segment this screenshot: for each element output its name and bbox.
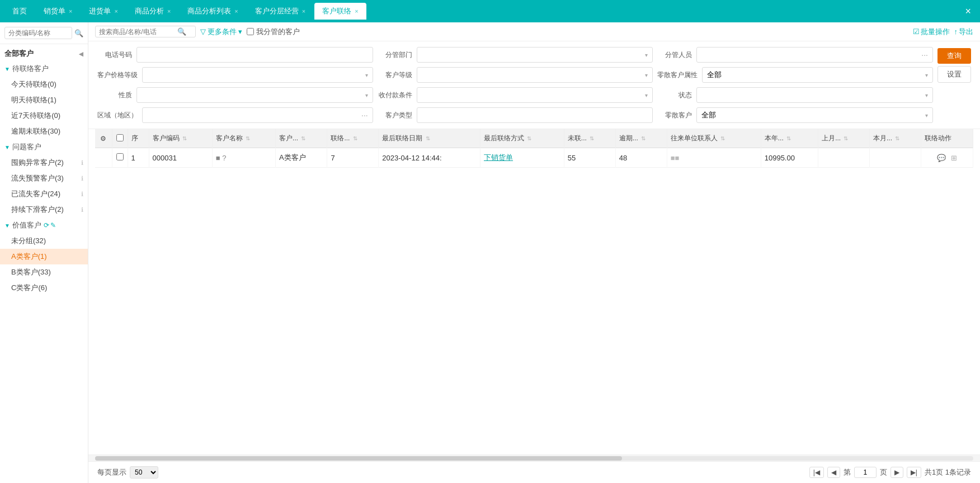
contact-icon[interactable]: 💬 [937, 154, 946, 162]
sidebar-item-declining[interactable]: 持续下滑客户(2) ℹ [0, 202, 88, 217]
grid-action-icon[interactable]: ⊞ [951, 154, 957, 162]
sidebar-item-churn-warning[interactable]: 流失预警客户(3) ℹ [0, 171, 88, 186]
retail-customer-select[interactable]: 全部 ▾ [696, 107, 933, 123]
page-size-select[interactable]: 50 100 200 [130, 466, 158, 479]
sidebar-item-overdue-contact[interactable]: 逾期未联络(30) [0, 124, 88, 139]
filter-status: 状态 ▾ [657, 87, 933, 103]
price-level-select[interactable]: ▾ [142, 67, 373, 83]
row-gear [95, 148, 112, 168]
col-last-month[interactable]: 上月... ⇅ [818, 129, 870, 148]
customer-table: ⚙ 序 客户编码 ⇅ 客户名称 ⇅ 客户... ⇅ 联络... ⇅ 最后联络日期… [95, 129, 973, 168]
my-customers-checkbox[interactable] [247, 28, 254, 35]
region-input[interactable]: ··· [142, 107, 373, 123]
nav-purchase-order[interactable]: 进货单× [81, 3, 125, 20]
last-page-button[interactable]: ▶| [907, 467, 921, 478]
nature-select[interactable]: ▾ [136, 87, 373, 103]
dept-chevron-icon: ▾ [645, 52, 648, 58]
prev-page-button[interactable]: ◀ [827, 467, 840, 478]
close-product-analysis-list-icon[interactable]: × [234, 8, 238, 15]
col-contact-count[interactable]: 联络... ⇅ [327, 129, 379, 148]
status-select[interactable]: ▾ [696, 87, 933, 103]
sidebar-search-input[interactable] [4, 27, 72, 39]
col-name[interactable]: 客户名称 ⇅ [212, 129, 275, 148]
sidebar-item-hoarding[interactable]: 囤购异常客户(2) ℹ [0, 155, 88, 171]
col-gear[interactable]: ⚙ [95, 129, 112, 148]
col-overdue[interactable]: 逾期... ⇅ [615, 129, 667, 148]
row-last-method[interactable]: 下销货单 [480, 148, 564, 168]
col-this-month[interactable]: 本月... ⇅ [870, 129, 921, 148]
batch-icon: ☑ [913, 27, 920, 36]
close-window-button[interactable]: × [960, 6, 976, 17]
customer-level-select[interactable]: ▾ [417, 67, 653, 83]
nav-product-analysis-list[interactable]: 商品分析列表× [180, 3, 246, 20]
setting-button[interactable]: 设置 [937, 66, 971, 83]
payment-select[interactable]: ▾ [417, 87, 653, 103]
sidebar-search-icon[interactable]: 🔍 [74, 29, 83, 37]
toolbar-search-input[interactable] [99, 28, 177, 36]
nav-product-analysis[interactable]: 商品分析× [127, 3, 178, 20]
edit-value-group-icon[interactable]: ✎ [50, 221, 56, 229]
row-last-date: 2023-04-12 14:44: [379, 148, 480, 168]
sidebar-item-7days-contact[interactable]: 近7天待联络(0) [0, 108, 88, 124]
my-customers-checkbox-label[interactable]: 我分管的客户 [247, 27, 300, 37]
query-button[interactable]: 查询 [937, 48, 971, 64]
filter-customer-level: 客户等级 ▾ [378, 67, 653, 83]
col-this-year[interactable]: 本年... ⇅ [761, 129, 818, 148]
sidebar-item-today-contact[interactable]: 今天待联络(0) [0, 77, 88, 92]
select-all-checkbox[interactable] [116, 134, 124, 141]
close-customer-contact-icon[interactable]: × [355, 8, 358, 15]
nav-sales-order[interactable]: 销货单× [36, 3, 80, 20]
group-value-customers[interactable]: ▼ 价值客户 ⟳ ✎ [0, 217, 88, 233]
sidebar-item-class-b[interactable]: B类客户(33) [0, 264, 88, 280]
close-product-analysis-icon[interactable]: × [167, 8, 171, 15]
col-code[interactable]: 客户编码 ⇅ [149, 129, 212, 148]
first-page-button[interactable]: |◀ [809, 467, 824, 478]
close-customer-segment-icon[interactable]: × [302, 8, 305, 15]
customer-type-input[interactable] [417, 107, 653, 123]
nav-home[interactable]: 首页 [4, 3, 35, 20]
group-problem-customers[interactable]: ▼ 问题客户 [0, 139, 88, 155]
scrollbar-thumb[interactable] [95, 456, 622, 461]
next-page-button[interactable]: ▶ [891, 467, 903, 478]
nav-customer-segment[interactable]: 客户分层经营× [247, 3, 313, 20]
group-pending-contact[interactable]: ▼ 待联络客户 [0, 61, 88, 77]
row-code[interactable]: 000031 [149, 148, 212, 168]
col-checkbox[interactable] [112, 129, 128, 148]
toolbar-search-icon[interactable]: 🔍 [177, 27, 186, 36]
table-row: 1 000031 ■ ? A类客户 7 2023-04-12 14:44: 下销… [95, 148, 973, 168]
person-input[interactable]: ··· [696, 47, 933, 63]
col-type[interactable]: 客户... ⇅ [276, 129, 327, 148]
info-icon-3: ℹ [81, 191, 83, 198]
col-seq: 序 [128, 129, 149, 148]
export-button[interactable]: ↑ 导出 [954, 27, 974, 37]
row-last-month [818, 148, 870, 168]
sidebar-item-class-c[interactable]: C类客户(6) [0, 280, 88, 296]
row-actions[interactable]: 💬 ⊞ [921, 148, 973, 168]
phone-input[interactable] [136, 47, 373, 63]
batch-operation-button[interactable]: ☑ 批量操作 [913, 27, 950, 37]
sidebar-item-unclassified[interactable]: 未分组(32) [0, 233, 88, 249]
all-customers-header[interactable]: 全部客户 ◀ [0, 44, 88, 61]
add-value-group-icon[interactable]: ⟳ [44, 221, 49, 229]
sidebar-item-class-a[interactable]: A类客户(1) [0, 249, 88, 264]
col-unit-contact[interactable]: 往来单位联系人 ⇅ [667, 129, 761, 148]
dept-select[interactable]: ▾ [417, 47, 653, 63]
page-number-input[interactable] [854, 467, 877, 478]
row-select-checkbox[interactable] [116, 153, 124, 160]
collapse-sidebar-icon[interactable]: ◀ [79, 51, 83, 57]
close-sales-order-icon[interactable]: × [69, 8, 72, 15]
nav-customer-contact[interactable]: 客户联络× [314, 3, 366, 20]
filter-nature: 性质 ▾ [97, 87, 373, 103]
row-checkbox[interactable] [112, 148, 128, 168]
close-purchase-order-icon[interactable]: × [114, 8, 117, 15]
col-not-contacted[interactable]: 未联... ⇅ [564, 129, 615, 148]
col-last-method[interactable]: 最后联络方式 ⇅ [480, 129, 564, 148]
more-filters-button[interactable]: ▽ 更多条件 ▾ [200, 27, 242, 37]
retail-attr-select[interactable]: 全部 ▾ [702, 67, 933, 83]
horizontal-scrollbar[interactable] [88, 454, 980, 461]
row-name[interactable]: ■ ? [212, 148, 275, 168]
sidebar-item-tomorrow-contact[interactable]: 明天待联络(1) [0, 92, 88, 108]
sidebar-item-churned[interactable]: 已流失客户(24) ℹ [0, 186, 88, 202]
col-last-date[interactable]: 最后联络日期 ⇅ [379, 129, 480, 148]
filter-customer-type: 客户类型 [378, 107, 653, 123]
